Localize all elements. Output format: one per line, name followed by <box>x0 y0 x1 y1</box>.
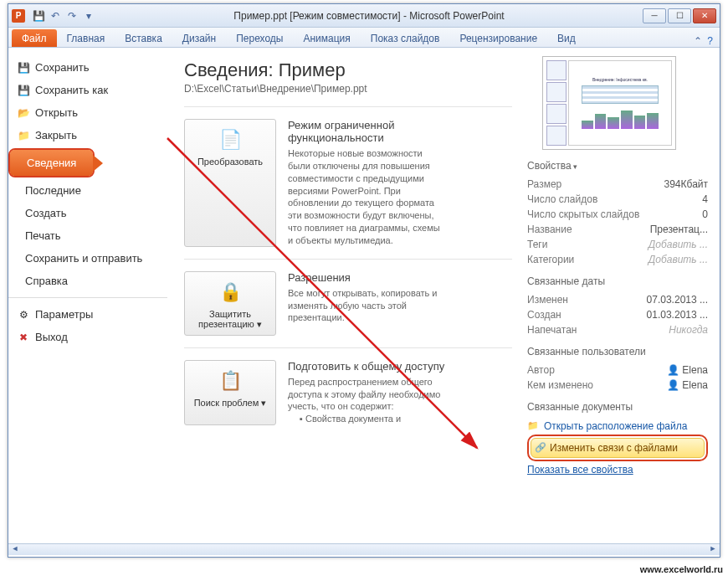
menu-options[interactable]: ⚙Параметры <box>8 303 167 326</box>
prop-value: 07.03.2013 ... <box>647 294 708 306</box>
selected-arrow-icon <box>93 155 103 172</box>
undo-icon[interactable]: ↶ <box>49 9 62 23</box>
tab-home[interactable]: Главная <box>57 29 115 47</box>
file-path: D:\Excel\Статьи\Внедрение\Пример.ppt <box>184 83 512 95</box>
prop-value: 4 <box>702 193 708 205</box>
menu-label: Печать <box>25 229 61 242</box>
minimize-button[interactable]: ─ <box>643 8 666 23</box>
permissions-body: Все могут открывать, копировать и изменя… <box>288 287 447 325</box>
button-label: Преобразовать <box>188 157 272 167</box>
menu-info[interactable]: Сведения <box>8 147 167 179</box>
menu-exit[interactable]: ✖Выход <box>8 326 167 348</box>
tab-file[interactable]: Файл <box>12 29 57 47</box>
prop-value: 👤 Elena <box>667 379 708 391</box>
properties-dropdown[interactable]: Свойства <box>527 160 708 172</box>
tab-view[interactable]: Вид <box>547 29 586 47</box>
prop-value: Никогда <box>669 324 708 336</box>
prop-key: Категории <box>527 254 574 265</box>
protect-button[interactable]: 🔒 Защитить презентацию ▾ <box>184 271 276 336</box>
tab-animation[interactable]: Анимация <box>293 29 360 47</box>
options-icon: ⚙ <box>17 308 30 321</box>
prop-key: Число скрытых слайдов <box>527 208 639 220</box>
save-icon[interactable]: 💾 <box>32 9 45 23</box>
tab-slideshow[interactable]: Показ слайдов <box>361 29 450 47</box>
related-dates-heading: Связанные даты <box>527 275 708 287</box>
prop-key: Напечатан <box>527 324 577 336</box>
button-label: Защитить презентацию ▾ <box>188 309 272 330</box>
open-icon: 📂 <box>17 106 30 120</box>
prop-key: Теги <box>527 239 547 250</box>
related-docs-heading: Связанные документы <box>527 401 708 413</box>
prop-key: Автор <box>527 364 555 376</box>
backstage-menu: 💾Сохранить 💾Сохранить как 📂Открыть 📁Закр… <box>8 48 167 543</box>
prop-value: 0 <box>702 208 708 220</box>
menu-label: Открыть <box>35 106 78 119</box>
menu-save[interactable]: 💾Сохранить <box>8 56 167 79</box>
scroll-left-icon[interactable]: ◄ <box>8 544 22 555</box>
properties-panel: Внедрение: Інфосистема кв. Свойства Разм… <box>519 48 720 543</box>
thumb-title: Внедрение: Інфосистема кв. <box>592 77 648 82</box>
menu-help[interactable]: Справка <box>8 270 167 292</box>
link-icon: 🔗 <box>535 442 546 453</box>
prepare-body: Перед распространением общего доступа к … <box>288 376 447 414</box>
menu-recent[interactable]: Последние <box>8 179 167 202</box>
help-icon[interactable]: ? <box>707 35 713 47</box>
edit-links-link[interactable]: 🔗Изменить связи с файлами <box>527 435 708 461</box>
prop-value: 01.03.2013 ... <box>647 309 708 321</box>
check-issues-button[interactable]: 📋 Поиск проблем ▾ <box>184 360 276 425</box>
menu-label: Создать <box>25 207 66 219</box>
menu-label: Закрыть <box>35 129 77 141</box>
convert-button[interactable]: 📄 Преобразовать <box>184 119 276 247</box>
menu-label: Выход <box>35 331 68 343</box>
menu-print[interactable]: Печать <box>8 224 167 247</box>
save-as-icon: 💾 <box>17 84 30 97</box>
check-icon: 📋 <box>217 368 244 394</box>
open-file-location-link[interactable]: 📁Открыть расположение файла <box>527 418 708 435</box>
redo-icon[interactable]: ↷ <box>65 9 79 23</box>
prop-value[interactable]: Добавить ... <box>649 239 708 250</box>
prop-value[interactable]: Презентац... <box>650 224 708 235</box>
menu-open[interactable]: 📂Открыть <box>8 101 167 124</box>
compat-body: Некоторые новые возможности были отключе… <box>288 147 447 247</box>
tab-review[interactable]: Рецензирование <box>449 29 547 47</box>
horizontal-scrollbar[interactable]: ◄ ► <box>8 543 720 555</box>
ribbon-minimize-icon[interactable]: ⌃ <box>694 35 702 47</box>
menu-label: Последние <box>25 184 81 197</box>
menu-label: Сохранить <box>35 61 90 74</box>
prepare-title: Подготовить к общему доступу <box>288 360 447 373</box>
prop-value[interactable]: Добавить ... <box>649 254 708 265</box>
prop-key: Кем изменено <box>527 379 593 391</box>
quick-access-toolbar: 💾 ↶ ↷ ▾ <box>32 9 95 23</box>
prop-key: Создан <box>527 309 561 321</box>
menu-label: Сведения <box>27 157 76 169</box>
maximize-button[interactable]: ☐ <box>668 8 691 23</box>
permissions-title: Разрешения <box>288 271 447 284</box>
show-all-properties-link[interactable]: Показать все свойства <box>527 461 708 478</box>
watermark: www.excelworld.ru <box>640 564 723 574</box>
menu-close[interactable]: 📁Закрыть <box>8 124 167 147</box>
prop-key: Изменен <box>527 294 568 306</box>
menu-label: Сохранить как <box>35 84 108 96</box>
save-icon: 💾 <box>17 61 30 75</box>
ribbon-tabs: Файл Главная Вставка Дизайн Переходы Ани… <box>8 28 720 48</box>
prop-key: Название <box>527 224 572 235</box>
tab-transitions[interactable]: Переходы <box>226 29 293 47</box>
menu-label: Сохранить и отправить <box>25 252 142 265</box>
prepare-sub: ▪ Свойства документа и <box>288 413 447 425</box>
prop-value: 394Кбайт <box>664 178 708 190</box>
menu-new[interactable]: Создать <box>8 202 167 224</box>
folder-icon: 📁 <box>527 420 539 431</box>
tab-insert[interactable]: Вставка <box>115 29 172 47</box>
scroll-right-icon[interactable]: ► <box>706 544 720 555</box>
prop-value[interactable]: 👤 Elena <box>667 364 708 376</box>
tab-design[interactable]: Дизайн <box>172 29 226 47</box>
menu-label: Справка <box>25 275 68 287</box>
lock-icon: 🔒 <box>217 279 244 306</box>
button-label: Поиск проблем ▾ <box>188 398 272 409</box>
qat-dropdown-icon[interactable]: ▾ <box>82 9 95 23</box>
menu-share[interactable]: Сохранить и отправить <box>8 247 167 270</box>
slide-thumbnail[interactable]: Внедрение: Інфосистема кв. <box>542 56 676 150</box>
info-heading: Сведения: Пример <box>184 59 512 81</box>
close-button[interactable]: ✕ <box>693 8 716 23</box>
menu-save-as[interactable]: 💾Сохранить как <box>8 79 167 101</box>
